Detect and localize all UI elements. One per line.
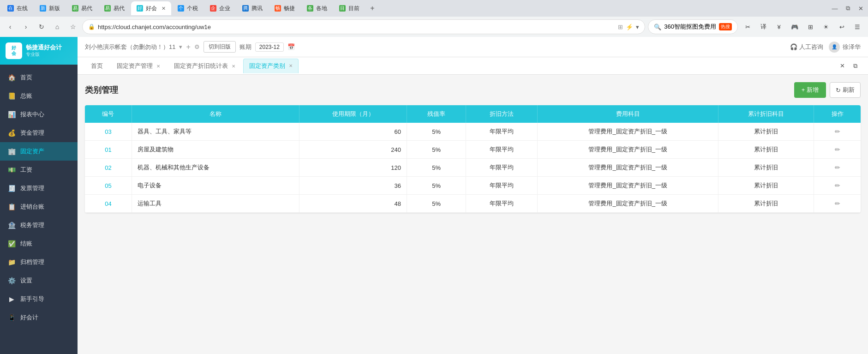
sidebar-item-purchase-sales[interactable]: 📋 进销台账 (0, 198, 78, 216)
forward-button[interactable]: › (19, 20, 32, 33)
browser-tab-2[interactable]: 易 易代 (66, 1, 98, 15)
code-link-2[interactable]: 02 (105, 164, 111, 171)
menu-icon[interactable]: ☰ (850, 20, 864, 34)
search-box[interactable]: 🔍 360智能抠图免费用 热搜 (648, 19, 738, 34)
code-link-1[interactable]: 01 (105, 146, 111, 153)
settings-cog-button[interactable]: ⚙ (194, 43, 200, 50)
scissors-icon[interactable]: ✂ (741, 20, 754, 34)
tab-depreciation-stat[interactable]: 固定资产折旧统计表 ✕ (168, 59, 241, 73)
sidebar-item-closing[interactable]: ✅ 结账 (0, 234, 78, 253)
home-button[interactable]: ⌂ (51, 20, 64, 33)
app-name: 畅捷通好会计 (26, 44, 62, 52)
window-controls: — ⧉ ✕ (829, 3, 866, 14)
cell-accum-4: 累计折旧 (718, 195, 814, 213)
sidebar-item-invoice[interactable]: 🧾 发票管理 (0, 179, 78, 198)
restore-button[interactable]: ⧉ (842, 3, 853, 14)
edit-button-3[interactable]: ✏ (835, 182, 840, 189)
close-window-button[interactable]: ✕ (855, 3, 866, 14)
purchase-sales-icon: 📋 (7, 203, 16, 211)
browser-tab-8[interactable]: 畅 畅捷 (269, 1, 300, 15)
browser-tab-0[interactable]: 在 在线 (2, 1, 33, 15)
sidebar-item-fixed-assets[interactable]: 🏢 固定资产 (0, 142, 78, 161)
wallet-icon[interactable]: ¥ (772, 20, 786, 34)
browser-tab-5[interactable]: 个 个税 (172, 1, 204, 15)
tab-depreciation-stat-close[interactable]: ✕ (232, 64, 235, 69)
address-bar-row: ‹ › ↻ ⌂ ☆ 🔒 https://cloud.chanjet.com/ac… (0, 17, 868, 37)
panel-maximize-button[interactable]: ⧉ (850, 60, 861, 72)
expand-icon[interactable]: ▾ (179, 43, 182, 50)
browser-tab-1[interactable]: 新 新版 (34, 1, 66, 15)
app-container: 好会 畅捷通好会计 专业版 🏠 首页 📒 总账 📊 报表中心 💰 资金 (0, 37, 868, 354)
sidebar-label-general-ledger: 总账 (20, 92, 32, 100)
code-link-3[interactable]: 05 (105, 182, 111, 189)
address-text: https://cloud.chanjet.com/accounting/uw1… (98, 24, 615, 30)
minimize-button[interactable]: — (829, 3, 840, 14)
sidebar-item-archive[interactable]: 📁 归档管理 (0, 253, 78, 271)
cell-method-2: 年限平均 (466, 159, 538, 177)
sidebar-item-general-ledger[interactable]: 📒 总账 (0, 87, 78, 105)
sidebar-item-payroll[interactable]: 💵 工资 (0, 161, 78, 179)
sidebar-item-funds[interactable]: 💰 资金管理 (0, 124, 78, 142)
sidebar-item-reports[interactable]: 📊 报表中心 (0, 105, 78, 124)
app-edition: 专业版 (26, 51, 62, 58)
browser-toolbar: ✂ 译 ¥ 🎮 ⊞ ☀ ↩ ☰ (741, 20, 864, 34)
page-title: 类别管理 (85, 84, 118, 96)
tab-favicon-2: 易 (72, 5, 78, 12)
undo-icon[interactable]: ↩ (835, 20, 849, 34)
add-button[interactable]: + 新增 (794, 82, 826, 98)
edit-button-0[interactable]: ✏ (835, 128, 840, 135)
grid-icon[interactable]: ⊞ (803, 20, 817, 34)
table-row: 05 电子设备 36 5% 年限平均 管理费用_固定资产折旧_一级 累计折旧 ✏ (85, 177, 861, 195)
browser-tab-10[interactable]: 目 目前 (334, 1, 365, 15)
refresh-button[interactable]: ↻ 刷新 (830, 82, 861, 98)
sidebar-item-tax[interactable]: 🏦 税务管理 (0, 216, 78, 234)
back-button[interactable]: ‹ (4, 20, 17, 33)
cell-accum-0: 累计折旧 (718, 123, 814, 141)
browser-tab-9[interactable]: 各 各地 (301, 1, 333, 15)
edit-button-2[interactable]: ✏ (835, 164, 840, 171)
browser-tab-4[interactable]: 好 好会 ✕ (131, 1, 171, 15)
cell-expense-2: 管理费用_固定资产折旧_一级 (537, 159, 718, 177)
panel-close-button[interactable]: ✕ (837, 60, 848, 72)
user-avatar: 👤 (829, 42, 840, 53)
browser-tab-6[interactable]: 企 企业 (204, 1, 236, 15)
customer-service-button[interactable]: 🎧 人工咨询 (790, 43, 823, 51)
game-icon[interactable]: 🎮 (788, 20, 802, 34)
tab-close-4[interactable]: ✕ (162, 6, 166, 12)
headset-icon: 🎧 (790, 43, 797, 50)
add-account-button[interactable]: + (186, 43, 190, 51)
user-profile-area[interactable]: 👤 徐泽华 (829, 42, 861, 53)
tab-fixed-assets-category-close[interactable]: ✕ (289, 63, 293, 68)
refresh-label: 刷新 (843, 86, 855, 94)
top-bar-right: 🎧 人工咨询 👤 徐泽华 (790, 42, 861, 53)
code-link-4[interactable]: 04 (105, 200, 111, 207)
new-tab-button[interactable]: + (366, 2, 379, 15)
sidebar-item-guide[interactable]: ▶ 新手引导 (0, 290, 78, 308)
edit-button-4[interactable]: ✏ (835, 200, 840, 207)
sidebar-label-app: 好会计 (20, 313, 38, 322)
tab-home[interactable]: 首页 (85, 59, 109, 73)
cell-rate-0: 5% (407, 123, 466, 141)
address-box[interactable]: 🔒 https://cloud.chanjet.com/accounting/u… (82, 19, 645, 34)
sidebar-item-settings[interactable]: ⚙️ 设置 (0, 271, 78, 290)
calendar-icon[interactable]: 📅 (287, 43, 295, 50)
browser-tab-7[interactable]: 腾 腾讯 (237, 1, 268, 15)
browser-tab-3[interactable]: 易 易代 (99, 1, 130, 15)
bookmark-button[interactable]: ☆ (66, 20, 79, 33)
address-dropdown-icon[interactable]: ▾ (636, 24, 639, 30)
tab-fixed-assets-category[interactable]: 固定资产类别 ✕ (243, 59, 299, 73)
switch-to-old-version-button[interactable]: 切到旧版 (204, 41, 236, 53)
guide-icon: ▶ (7, 295, 16, 303)
tab-fixed-assets-management[interactable]: 固定资产管理 ✕ (111, 59, 166, 73)
sidebar-item-home[interactable]: 🏠 首页 (0, 68, 78, 87)
cell-method-0: 年限平均 (466, 123, 538, 141)
translate-icon[interactable]: 译 (756, 20, 770, 34)
edit-button-1[interactable]: ✏ (835, 146, 840, 153)
tab-fixed-assets-management-close[interactable]: ✕ (156, 64, 160, 69)
sidebar-item-app[interactable]: 📱 好会计 (0, 308, 78, 327)
sidebar-label-invoice: 发票管理 (20, 184, 44, 192)
tab-label-10: 目前 (348, 5, 359, 12)
reload-button[interactable]: ↻ (35, 20, 48, 33)
brightness-icon[interactable]: ☀ (819, 20, 833, 34)
code-link-0[interactable]: 03 (105, 128, 111, 135)
